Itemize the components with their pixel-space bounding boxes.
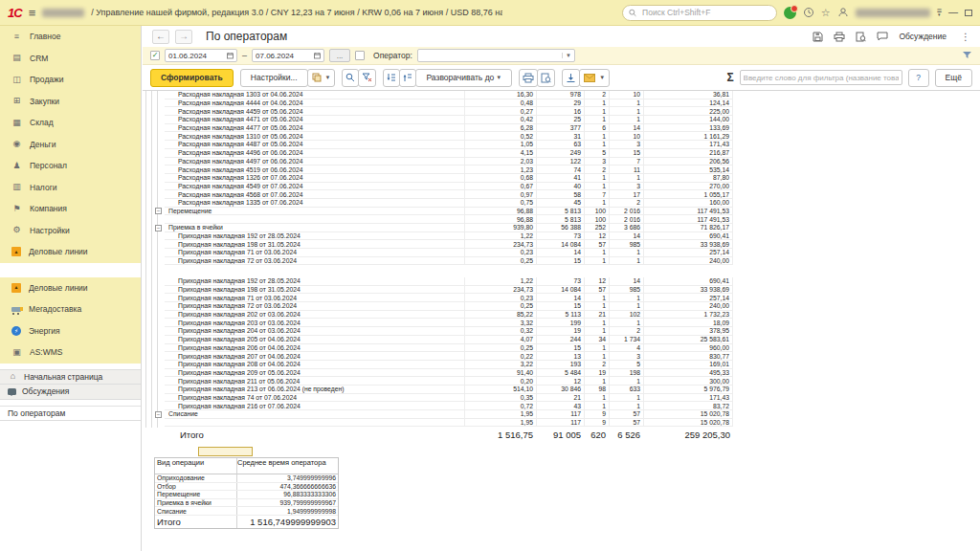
collapse-group-icon[interactable]: − <box>155 411 162 418</box>
report-row[interactable]: Расходная накладная 4497 от 06.06.20242,… <box>142 158 735 166</box>
report-row[interactable]: Приходная накладная 203 от 03.06.20243,3… <box>142 319 735 327</box>
minimize-icon[interactable]: — <box>948 8 958 17</box>
sidebar-item-zakupki[interactable]: ⊞Закупки <box>0 91 141 113</box>
save-file-button[interactable] <box>562 69 580 87</box>
report-row[interactable]: Приходная накладная 204 от 03.06.20240,3… <box>142 327 735 336</box>
help-button[interactable]: ? <box>908 69 929 87</box>
report-row[interactable]: Расходная накладная 4444 от 04.06.20240,… <box>142 99 735 108</box>
discussion-label[interactable]: Обсуждение <box>899 32 947 41</box>
sidebar-item-nalogi[interactable]: ▥Налоги <box>0 177 141 199</box>
date-from-field[interactable] <box>165 49 237 62</box>
summary-total-row[interactable]: Итого1 516,749999999903 <box>155 516 338 528</box>
user-icon[interactable] <box>837 7 849 18</box>
global-search[interactable] <box>622 5 777 21</box>
preview-icon[interactable] <box>856 32 866 42</box>
report-variants-button[interactable]: ▼ <box>307 69 336 87</box>
report-row[interactable]: Расходная накладная 4496 от 06.06.20244,… <box>142 149 735 158</box>
report-row[interactable]: −Приемка в ячейки939,8056 3882523 68671 … <box>142 224 735 232</box>
print-preview-button[interactable] <box>537 69 555 87</box>
report-row[interactable]: Расходная накладная 4549 от 07.06.20240,… <box>142 183 735 191</box>
find-button[interactable] <box>342 69 359 87</box>
report-row[interactable]: Приходная накладная 216 от 07.06.20240,7… <box>142 402 735 410</box>
report-row[interactable]: Приходная накладная 207 от 04.06.20240,2… <box>142 352 735 361</box>
settings-button[interactable]: Настройки... <box>240 69 308 87</box>
sidebar-item-personal[interactable]: ♟Персонал <box>0 155 141 177</box>
date-to-input[interactable] <box>256 52 311 60</box>
sidebar-item-delovye-linii[interactable]: ▲Деловые линии <box>0 241 141 263</box>
summary-row[interactable]: Перемещение96,883333333306 <box>155 491 338 499</box>
history-icon[interactable] <box>803 7 814 18</box>
save-icon[interactable] <box>813 32 823 42</box>
report-row[interactable]: Приходная накладная 71 от 03.06.20240,23… <box>142 249 735 257</box>
clear-filter-button[interactable] <box>358 69 376 87</box>
operator-input[interactable] <box>421 52 559 60</box>
more-menu-icon[interactable]: ⋮ <box>961 32 970 42</box>
restore-window-icon[interactable] <box>965 10 972 16</box>
report-row[interactable]: Приходная накладная 205 от 04.06.20244,0… <box>142 336 735 344</box>
discussion-icon[interactable] <box>877 32 888 42</box>
summary-row[interactable]: Списание1,949999999998 <box>155 507 338 516</box>
report-row[interactable]: Приходная накладная 208 от 04.06.20243,2… <box>142 361 735 369</box>
sidebar-item-energiya[interactable]: ⚡Энергия <box>0 320 141 342</box>
sidebar-item-dengi[interactable]: ◉Деньги <box>0 134 141 156</box>
report-row[interactable]: Приходная накладная 206 от 04.06.20240,2… <box>142 344 735 353</box>
period-checkbox[interactable]: ✓ <box>150 51 160 60</box>
date-from-input[interactable] <box>168 52 224 60</box>
sidebar-item-nastroyki[interactable]: ⚙Настройки <box>0 220 141 242</box>
summary-row[interactable]: Оприходование3,749999999996 <box>155 474 338 483</box>
operator-checkbox[interactable] <box>355 51 365 60</box>
search-input[interactable] <box>640 7 770 18</box>
expand-to-button[interactable]: Разворачивать до ▼ <box>415 69 512 87</box>
report-row[interactable]: Приходная накладная 192 от 28.05.20241,2… <box>142 232 735 241</box>
print-button[interactable] <box>519 69 538 87</box>
sidebar-item-delovye-linii-2[interactable]: ▲Деловые линии <box>0 277 141 299</box>
report-row[interactable]: Приходная накладная 72 от 03.06.20240,25… <box>142 257 735 266</box>
expand-rows-button[interactable] <box>383 69 400 87</box>
back-button[interactable]: ← <box>152 30 169 44</box>
report-row[interactable]: Приходная накладная 192 от 28.05.20241,2… <box>142 277 735 286</box>
sidebar-item-prodazhi[interactable]: ◫Продажи <box>0 69 141 91</box>
chevron-down-icon[interactable]: ▼ <box>562 53 571 58</box>
collapse-rows-button[interactable] <box>399 69 416 87</box>
sidebar-item-crm[interactable]: ▤CRM <box>0 48 141 70</box>
send-email-button[interactable]: ▼ <box>579 69 610 87</box>
sidebar-item-kompaniya[interactable]: ⚑Компания <box>0 198 141 220</box>
report-row[interactable]: Приходная накладная 74 от 07.06.20240,35… <box>142 394 735 403</box>
sidebar-item-as-wms[interactable]: ▣AS:WMS <box>0 342 141 364</box>
report-row[interactable]: Расходная накладная 4568 от 07.06.20240,… <box>142 190 735 199</box>
collapse-group-icon[interactable]: − <box>155 225 162 231</box>
generate-button[interactable]: Сформировать <box>150 69 234 87</box>
sum-selected-icon[interactable]: Σ <box>726 71 733 84</box>
tab-discussions[interactable]: Обсуждения <box>0 385 141 400</box>
operator-combo[interactable]: ▼ <box>417 49 575 62</box>
more-button[interactable]: Ещё <box>935 69 972 87</box>
tab-home[interactable]: ⌂Начальная страница <box>0 369 141 385</box>
report-row[interactable]: Расходная накладная 4459 от 05.06.20240,… <box>142 107 735 116</box>
report-total-row[interactable]: Итого1 516,7591 0056206 526259 205,30 <box>142 428 733 442</box>
main-menu-icon[interactable]: ≡ <box>29 7 36 19</box>
report-row[interactable]: 96,885 8131002 016117 491,53 <box>142 215 735 224</box>
report-row[interactable]: −Перемещение96,885 8131002 016117 491,53 <box>142 208 735 216</box>
sidebar-item-glavnoe[interactable]: ≡Главное <box>0 26 141 48</box>
report-row[interactable]: Расходная накладная 4487 от 05.06.20241,… <box>142 141 735 149</box>
report-row[interactable]: 1,9511795715 020,78 <box>142 419 735 428</box>
sidebar-item-megadostavka[interactable]: Мегадоставка <box>0 298 141 320</box>
report-row[interactable]: Расходная накладная 4471 от 05.06.20240,… <box>142 116 735 124</box>
summary-row[interactable]: Приемка в ячейки939,799999999967 <box>155 499 338 508</box>
calendar-icon[interactable] <box>314 52 321 59</box>
favorites-icon[interactable]: ☆ <box>821 8 831 18</box>
report-row[interactable]: Приходная накладная 202 от 03.06.202485,… <box>142 311 735 320</box>
report-row[interactable]: Приходная накладная 213 от 06.06.2024 (н… <box>142 386 735 394</box>
sidebar-item-sklad[interactable]: ▦Склад <box>0 112 141 134</box>
forward-button[interactable]: → <box>175 30 192 44</box>
quick-filter-input[interactable] <box>744 74 899 82</box>
support-notifications-icon[interactable] <box>784 7 796 19</box>
quick-filter-field[interactable] <box>740 70 902 85</box>
date-to-field[interactable] <box>252 49 324 62</box>
print-icon[interactable] <box>834 32 845 42</box>
summary-row[interactable]: Отбор474,366666666636 <box>155 483 338 492</box>
report-row[interactable]: Приходная накладная 72 от 03.06.20240,25… <box>142 302 735 311</box>
report-row[interactable]: −Списание1,9511795715 020,78 <box>142 410 735 419</box>
report-row[interactable]: Приходная накладная 209 от 05.06.202491,… <box>142 369 735 378</box>
report-row[interactable]: Расходная накладная 1335 от 07.06.20240,… <box>142 199 735 208</box>
